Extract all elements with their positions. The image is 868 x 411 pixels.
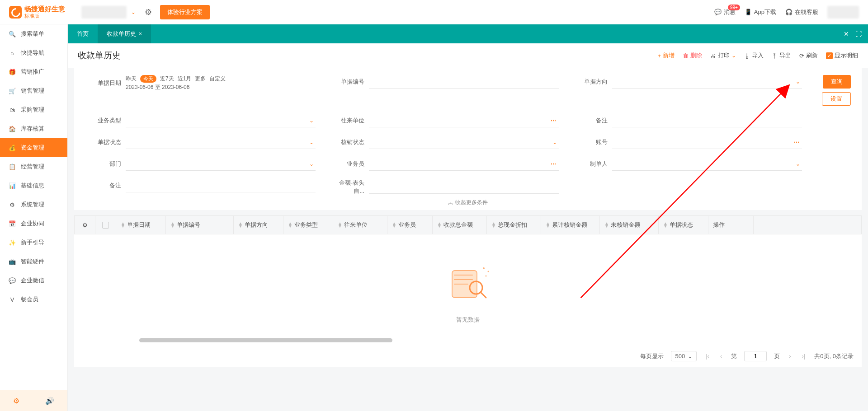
tab-current[interactable]: 收款单历史 × bbox=[98, 24, 151, 43]
sidebar-item-label: 资金管理 bbox=[21, 144, 44, 152]
sidebar-icon: ⌂ bbox=[8, 50, 16, 56]
print-button[interactable]: 🖨打印 ⌄ bbox=[710, 51, 736, 60]
sidebar: 🔍搜索菜单⌂快捷导航🎁营销推广🛒销售管理🛍采购管理🏠库存核算💰资金管理📋经营管理… bbox=[0, 24, 68, 411]
company-selector[interactable]: ⌄ bbox=[81, 6, 136, 19]
gear-icon: ⚙ bbox=[82, 222, 88, 229]
close-icon[interactable]: × bbox=[139, 31, 142, 37]
sales-select[interactable]: ⋯ bbox=[369, 157, 559, 171]
column-header[interactable]: ▲▼单据方向 bbox=[234, 216, 283, 234]
empty-illustration bbox=[441, 262, 495, 307]
sidebar-icon: 💰 bbox=[8, 145, 16, 151]
sidebar-icon: ✨ bbox=[8, 239, 16, 246]
user-avatar-blurred[interactable] bbox=[827, 6, 859, 19]
trial-plan-button[interactable]: 体验行业方案 bbox=[160, 5, 210, 19]
fullscreen-icon[interactable]: ⛶ bbox=[855, 30, 862, 37]
date-today[interactable]: 今天 bbox=[140, 75, 156, 83]
sort-icon: ▲▼ bbox=[663, 222, 668, 228]
collapse-filters-button[interactable]: ︽ 收起更多条件 bbox=[85, 195, 851, 210]
column-header[interactable]: ▲▼单据状态 bbox=[659, 216, 708, 234]
sidebar-item-7[interactable]: 📋经营管理 bbox=[0, 157, 67, 176]
date-custom[interactable]: 自定义 bbox=[209, 75, 226, 83]
column-header[interactable]: 操作 bbox=[708, 216, 754, 234]
sidebar-icon: 📺 bbox=[8, 258, 16, 265]
sidebar-icon: 🛍 bbox=[8, 107, 16, 113]
sidebar-item-label: 销售管理 bbox=[21, 87, 44, 95]
online-service-link[interactable]: 🎧 在线客服 bbox=[785, 8, 818, 16]
chevron-down-icon: ⌄ bbox=[552, 139, 557, 145]
next-page-button[interactable]: › bbox=[787, 353, 793, 360]
refresh-button[interactable]: ⟳刷新 bbox=[799, 51, 818, 60]
show-detail-toggle[interactable]: ✓ 显示明细 bbox=[826, 51, 858, 60]
bill-no-input[interactable] bbox=[369, 75, 559, 89]
headset-icon: 🎧 bbox=[785, 9, 793, 15]
pagination-summary: 共0页, 0条记录 bbox=[814, 352, 854, 360]
tab-home[interactable]: 首页 bbox=[68, 24, 98, 43]
query-button[interactable]: 查询 bbox=[823, 75, 851, 89]
page-size-label: 每页显示 bbox=[640, 352, 664, 360]
date-more[interactable]: 更多 bbox=[195, 75, 206, 83]
chevron-down-icon: ⌄ bbox=[796, 79, 800, 85]
import-button[interactable]: ⭳导入 bbox=[744, 51, 764, 60]
creator-select[interactable]: ⌄ bbox=[612, 157, 802, 171]
biz-type-select[interactable]: ⌄ bbox=[126, 114, 316, 127]
bill-status-select[interactable]: ⌄ bbox=[126, 135, 316, 149]
page-input[interactable] bbox=[744, 351, 767, 361]
sidebar-item-0[interactable]: 🔍搜索菜单 bbox=[0, 24, 67, 43]
gear-icon[interactable]: ⚙ bbox=[145, 7, 152, 17]
partner-select[interactable]: ⋯ bbox=[369, 114, 559, 127]
account-select[interactable]: ⋯ bbox=[612, 135, 802, 149]
column-header[interactable]: ▲▼累计核销金额 bbox=[541, 216, 600, 234]
writeoff-status-select[interactable]: ⌄ bbox=[369, 135, 559, 149]
sidebar-item-12[interactable]: 📺智能硬件 bbox=[0, 252, 67, 271]
export-button[interactable]: ⭱导出 bbox=[772, 51, 791, 60]
column-header[interactable]: ▲▼业务类型 bbox=[283, 216, 333, 234]
date-last7[interactable]: 近7天 bbox=[160, 75, 174, 83]
sidebar-item-14[interactable]: V畅会员 bbox=[0, 290, 67, 309]
sidebar-item-11[interactable]: ✨新手引导 bbox=[0, 233, 67, 252]
sidebar-item-10[interactable]: 📅企业协同 bbox=[0, 214, 67, 233]
column-header[interactable]: ▲▼收款总金额 bbox=[433, 216, 487, 234]
column-header[interactable]: ▲▼单据日期 bbox=[116, 216, 166, 234]
sidebar-item-9[interactable]: ⚙系统管理 bbox=[0, 195, 67, 214]
date-yesterday[interactable]: 昨天 bbox=[126, 75, 137, 83]
horizontal-scrollbar[interactable] bbox=[76, 337, 860, 344]
sidebar-item-2[interactable]: 🎁营销推广 bbox=[0, 62, 67, 81]
sort-icon: ▲▼ bbox=[121, 222, 125, 228]
page-size-select[interactable]: 500⌄ bbox=[671, 351, 697, 361]
settings-icon[interactable]: ⚙ bbox=[13, 397, 19, 405]
dept-select[interactable]: ⌄ bbox=[126, 157, 316, 171]
column-header[interactable]: ▲▼总现金折扣 bbox=[487, 216, 541, 234]
sidebar-item-8[interactable]: 📊基础信息 bbox=[0, 176, 67, 195]
date-last1m[interactable]: 近1月 bbox=[178, 75, 192, 83]
column-header[interactable]: ▲▼单据编号 bbox=[166, 216, 234, 234]
prev-page-button[interactable]: ‹ bbox=[718, 353, 724, 360]
column-header[interactable]: ▲▼往来单位 bbox=[333, 216, 387, 234]
sidebar-item-label: 智能硬件 bbox=[21, 257, 44, 266]
tab-close-all-icon[interactable]: ✕ bbox=[844, 30, 849, 37]
column-header[interactable]: ▲▼未核销金额 bbox=[600, 216, 659, 234]
column-header[interactable]: ▲▼业务员 bbox=[387, 216, 433, 234]
note-input[interactable] bbox=[612, 114, 802, 127]
sidebar-item-4[interactable]: 🛍采购管理 bbox=[0, 100, 67, 119]
sidebar-item-3[interactable]: 🛒销售管理 bbox=[0, 81, 67, 100]
select-all-checkbox[interactable] bbox=[95, 216, 116, 234]
scrollbar-thumb[interactable] bbox=[139, 338, 392, 342]
messages-link[interactable]: 💬 消息 99+ bbox=[714, 8, 736, 16]
sidebar-item-5[interactable]: 🏠库存核算 bbox=[0, 119, 67, 138]
sound-icon[interactable]: 🔊 bbox=[45, 397, 54, 405]
delete-button[interactable]: 🗑删除 bbox=[683, 51, 702, 60]
first-page-button[interactable]: |‹ bbox=[704, 353, 711, 360]
sidebar-item-6[interactable]: 💰资金管理 bbox=[0, 138, 67, 157]
last-page-button[interactable]: ›| bbox=[800, 353, 807, 360]
add-button[interactable]: +新增 bbox=[657, 51, 675, 60]
table-settings-button[interactable]: ⚙ bbox=[75, 216, 95, 234]
amount-head-input[interactable] bbox=[369, 180, 559, 194]
remark-input[interactable] bbox=[126, 179, 316, 192]
chevron-down-icon: ⌄ bbox=[796, 161, 800, 167]
settings-button[interactable]: 设置 bbox=[822, 92, 851, 106]
bill-direction-select[interactable]: ⌄ bbox=[612, 75, 802, 89]
sidebar-item-13[interactable]: 💬企业微信 bbox=[0, 271, 67, 290]
company-name-blurred bbox=[81, 6, 127, 19]
app-download-link[interactable]: 📱 App下载 bbox=[745, 8, 776, 16]
sidebar-item-1[interactable]: ⌂快捷导航 bbox=[0, 43, 67, 62]
